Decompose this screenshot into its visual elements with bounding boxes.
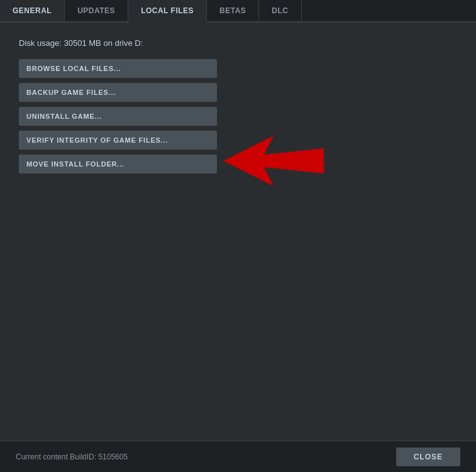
tab-betas[interactable]: BETAS — [207, 0, 259, 21]
uninstall-game-button[interactable]: UNINSTALL GAME... — [19, 107, 217, 126]
arrow-annotation — [223, 136, 324, 186]
svg-marker-0 — [223, 136, 324, 186]
tab-dlc[interactable]: DLC — [259, 0, 301, 21]
footer: Current content BuildID: 5105605 CLOSE — [0, 441, 476, 472]
tab-bar: GENERAL UPDATES LOCAL FILES BETAS DLC — [0, 0, 476, 23]
tab-local-files[interactable]: LOCAL FILES — [128, 0, 207, 23]
move-install-folder-button[interactable]: MOVE INSTALL FOLDER... — [19, 155, 217, 173]
verify-integrity-button[interactable]: VERIFY INTEGRITY OF GAME FILES... — [19, 131, 217, 150]
backup-game-files-button[interactable]: BACKUP GAME FILES... — [19, 83, 217, 102]
disk-usage-label: Disk usage: 30501 MB on drive D: — [19, 38, 457, 48]
tab-updates[interactable]: UPDATES — [65, 0, 128, 21]
close-button[interactable]: CLOSE — [396, 447, 460, 466]
main-content: Disk usage: 30501 MB on drive D: BROWSE … — [0, 23, 476, 437]
tab-general[interactable]: GENERAL — [0, 0, 65, 21]
build-id-label: Current content BuildID: 5105605 — [16, 453, 128, 461]
browse-local-files-button[interactable]: BROWSE LOCAL FILES... — [19, 59, 217, 78]
